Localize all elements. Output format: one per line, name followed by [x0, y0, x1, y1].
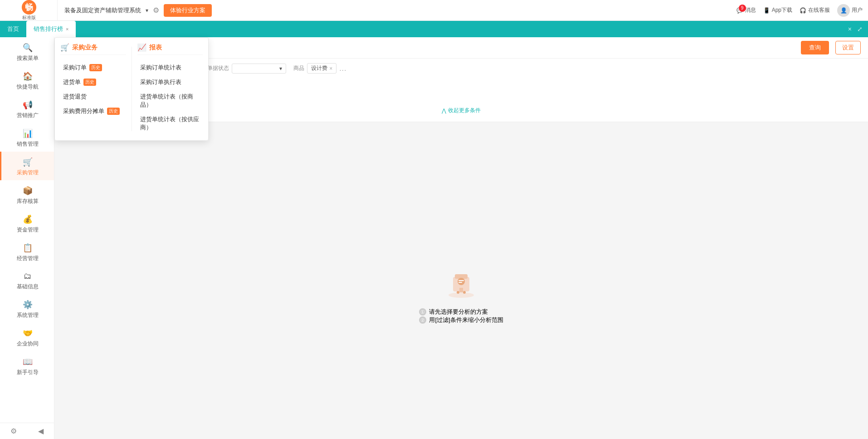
settings-btn[interactable]: 设置 [835, 41, 861, 54]
topbar: 畅 标准版 装备及固定资产辅助管理系统 ▾ ⚙ 体验行业方案 💬 9 消息 📱 … [0, 0, 868, 21]
collapse-label: 收起更多条件 [448, 107, 481, 114]
home-icon: 🏠 [23, 71, 33, 81]
sidebar-label-finance: 资金管理 [17, 226, 39, 234]
voucher-filter: 单据状态 ▾ [207, 64, 286, 74]
purchase-col-title: 🛒 采购业务 [60, 43, 126, 55]
sidebar-label-marketing: 营销推广 [17, 112, 39, 119]
operation-icon: 📋 [23, 243, 33, 253]
sidebar-item-guide[interactable]: 📖 新手引导 [0, 351, 54, 380]
marketing-icon: 📢 [23, 100, 33, 110]
empty-tip-2: ② 用[过滤]条件来缩小分析范围 [419, 316, 503, 324]
logo-icon: 畅 [22, 0, 36, 15]
tab-sales-rank[interactable]: 销售排行榜 × [26, 21, 76, 37]
purchase-col-icon: 🛒 [60, 43, 69, 52]
purchase-col: 🛒 采购业务 采购订单 历史 进货单 历史 进货退货 采购费用分摊单 历史 [55, 43, 132, 135]
goods-tag-close[interactable]: × [329, 65, 332, 72]
sidebar-item-operation[interactable]: 📋 经营管理 [0, 237, 54, 266]
app-label: App下载 [772, 6, 792, 14]
guide-icon: 📖 [23, 357, 33, 367]
query-btn[interactable]: 查询 [801, 41, 829, 54]
finance-icon: 💰 [23, 214, 33, 224]
goods-more-btn[interactable]: ... [339, 64, 346, 73]
tip-num-1: ① [419, 308, 426, 316]
app-download-btn[interactable]: 📱 App下载 [763, 6, 792, 14]
empty-illustration [443, 264, 479, 301]
purchase-order-history: 历史 [89, 64, 102, 71]
sidebar-item-enterprise[interactable]: 🤝 企业协同 [0, 323, 54, 351]
service-label: 在线客服 [808, 6, 830, 14]
search-icon: 🔍 [23, 43, 33, 53]
empty-tips: ① 请先选择要分析的方案 ② 用[过滤]条件来缩小分析范围 [419, 308, 503, 324]
sidebar-label-quick: 快捷导航 [17, 83, 39, 91]
sidebar-item-quick[interactable]: 🏠 快捷导航 [0, 66, 54, 94]
sidebar-item-marketing[interactable]: 📢 营销推广 [0, 94, 54, 123]
menu-item-order-exec[interactable]: 采购订单执行表 [137, 75, 203, 89]
service-btn[interactable]: 🎧 在线客服 [800, 6, 830, 14]
goods-tag[interactable]: 设计费 × [307, 63, 336, 74]
logo-area: 畅 标准版 [5, 0, 58, 21]
message-btn[interactable]: 💬 9 消息 [736, 6, 756, 14]
sidebar-collapse-btn[interactable]: ◀ [38, 427, 44, 435]
sidebar-item-basic[interactable]: 🗂 基础信息 [0, 266, 54, 294]
message-badge: 9 [739, 5, 746, 12]
sidebar-label-inventory: 库存核算 [17, 197, 39, 205]
phone-icon: 📱 [763, 7, 770, 14]
purchase-col-label: 采购业务 [72, 44, 98, 52]
expense-history: 历史 [107, 108, 120, 115]
window-expand-btn[interactable]: ⤢ [857, 25, 863, 33]
tab-home[interactable]: 首页 [0, 21, 26, 37]
empty-state: ① 请先选择要分析的方案 ② 用[过滤]条件来缩小分析范围 [54, 122, 868, 439]
tab-actions: × ⤢ [848, 25, 868, 33]
sidebar-label-sales: 销售管理 [17, 140, 39, 148]
return-label: 进货退货 [63, 93, 87, 101]
user-label: 用户 [852, 6, 863, 14]
goods-filter: 商品 设计费 × ... [293, 63, 346, 74]
sidebar-item-inventory[interactable]: 📦 库存核算 [0, 180, 54, 209]
menu-item-order-stats[interactable]: 采购订单统计表 [137, 60, 203, 75]
menu-item-expense[interactable]: 采购费用分摊单 历史 [60, 104, 126, 118]
sidebar-label-system: 系统管理 [17, 311, 39, 319]
report-col: 📈 报表 采购订单统计表 采购订单执行表 进货单统计表（按商品） 进货单统计表（… [132, 43, 209, 135]
sidebar-item-sales[interactable]: 📊 销售管理 [0, 123, 54, 152]
system-dropdown-btn[interactable]: ▾ [146, 7, 148, 14]
purchase-order-label: 采购订单 [63, 64, 87, 72]
order-stats-label: 采购订单统计表 [140, 64, 181, 72]
settings-icon[interactable]: ⚙ [153, 6, 159, 15]
empty-tip-1: ① 请先选择要分析的方案 [419, 308, 503, 316]
tab-close-icon[interactable]: × [66, 26, 68, 32]
sidebar-label-operation: 经营管理 [17, 255, 39, 262]
sidebar-item-system[interactable]: ⚙️ 系统管理 [0, 294, 54, 323]
sales-icon: 📊 [23, 128, 33, 138]
window-close-btn[interactable]: × [848, 25, 852, 33]
sidebar-item-purchase[interactable]: 🛒 采购管理 [0, 152, 54, 180]
svg-point-8 [463, 291, 466, 294]
user-btn[interactable]: 👤 用户 [837, 4, 863, 17]
sidebar-settings-btn[interactable]: ⚙ [10, 427, 17, 435]
report-col-title: 📈 报表 [137, 43, 203, 55]
voucher-label: 单据状态 [207, 64, 229, 72]
headset-icon: 🎧 [800, 7, 806, 14]
menu-item-inbound[interactable]: 进货单 历史 [60, 75, 126, 89]
tip-num-2: ② [419, 316, 426, 324]
tab-home-label: 首页 [7, 25, 19, 33]
tip-text-1: 请先选择要分析的方案 [429, 308, 488, 316]
menu-item-purchase-order[interactable]: 采购订单 历史 [60, 60, 126, 75]
inventory-icon: 📦 [23, 186, 33, 196]
sidebar-item-finance[interactable]: 💰 资金管理 [0, 209, 54, 237]
avatar: 👤 [837, 4, 850, 17]
menu-item-return[interactable]: 进货退货 [60, 89, 126, 104]
sidebar-item-search[interactable]: 🔍 搜索菜单 [0, 37, 54, 66]
inbound-stats-supplier-label: 进货单统计表（按供应商） [140, 115, 200, 132]
voucher-select[interactable]: ▾ [232, 64, 286, 74]
voucher-dropdown-icon: ▾ [279, 65, 282, 72]
report-col-icon: 📈 [137, 43, 146, 52]
sidebar-bottom: ⚙ ◀ [0, 423, 54, 439]
menu-item-inbound-stats-goods[interactable]: 进货单统计表（按商品） [137, 89, 203, 112]
industry-btn[interactable]: 体验行业方案 [164, 4, 212, 17]
svg-point-0 [449, 292, 474, 298]
system-icon: ⚙️ [23, 300, 33, 310]
sidebar-label-guide: 新手引导 [17, 369, 39, 376]
inbound-history: 历史 [83, 79, 96, 86]
menu-item-inbound-stats-supplier[interactable]: 进货单统计表（按供应商） [137, 112, 203, 135]
sidebar: 🔍 搜索菜单 🏠 快捷导航 📢 营销推广 📊 销售管理 🛒 采购管理 📦 [0, 37, 54, 439]
